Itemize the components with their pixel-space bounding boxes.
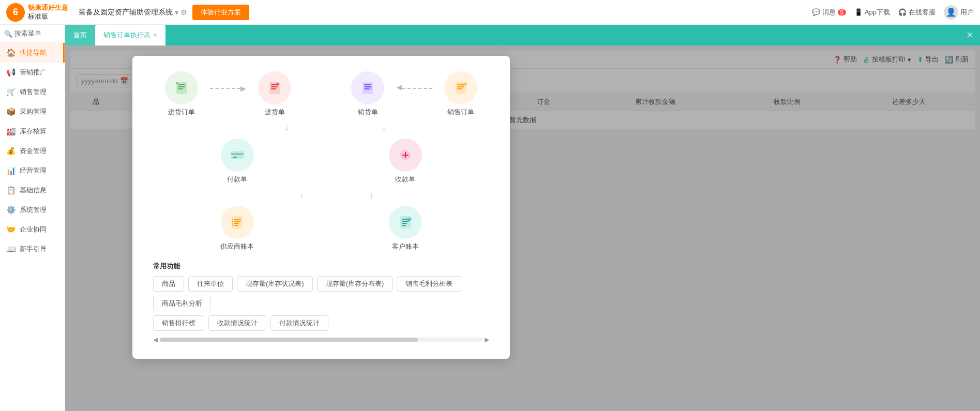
brand-edition: 标准版 [28,12,68,21]
scroll-right-arrow[interactable]: ▶ [485,336,489,343]
sidebar-item-inventory[interactable]: 🏭 库存核算 [0,121,65,141]
modal-box: 进货订单 ▶ [132,56,510,359]
tab-bar-end: ✕ [966,29,980,41]
sales-bill-label: 销货单 [358,108,378,117]
func-btn-sales-margin[interactable]: 销售毛利分析表 [397,276,461,292]
supplier-ledger-label: 供应商账本 [220,242,254,251]
sidebar-item-sales[interactable]: 🛒 销售管理 [0,82,65,102]
finance-icon: 💰 [6,146,16,156]
func-btn-sales-rank[interactable]: 销售排行榜 [153,315,204,331]
tab-close-icon[interactable]: × [154,32,157,39]
dropdown-arrow-icon[interactable]: ▾ [175,8,178,17]
flow-node-customer-ledger[interactable]: 客户账本 [377,206,434,251]
customer-ledger-circle [389,206,422,239]
message-icon: 💬 [812,8,820,16]
window-close-icon[interactable]: ✕ [966,30,974,40]
search-icon: 🔍 [4,30,12,38]
svg-rect-9 [232,219,233,226]
settings-gear-icon[interactable]: ⚙ [180,8,187,17]
sidebar-item-newbie[interactable]: 📖 新手引导 [0,239,65,259]
newbie-icon: 📖 [6,245,16,254]
flow-node-purchase-bill[interactable]: 进货单 [246,71,303,117]
purchase-bill-label: 进货单 [265,108,285,117]
sidebar-label-operations: 经营管理 [20,166,47,175]
flow-row-2: 付款单 收款单 [153,139,489,184]
online-service-button[interactable]: 🎧 在线客服 [898,8,936,17]
scroll-left-arrow[interactable]: ◀ [153,336,158,343]
message-button[interactable]: 💬 消息 5 [812,8,846,17]
operations-icon: 📊 [6,166,16,175]
logo-text: 畅康通好生意 标准版 [28,4,68,21]
app-wrapper: 6 畅康通好生意 标准版 装备及固定资产辅助管理系统 ▾ ⚙ 体验行业方案 💬 … [0,0,980,411]
receipt-label: 收款单 [395,175,415,184]
user-avatar-button[interactable]: 👤 用户 [944,5,974,20]
func-btn-product[interactable]: 商品 [153,276,184,292]
func-btn-product-margin[interactable]: 商品毛利分析 [153,296,211,311]
search-menu-button[interactable]: 🔍 搜索菜单 [0,25,65,43]
message-badge: 5 [838,9,846,16]
sidebar: 🔍 搜索菜单 🏠 快捷导航 📢 营销推广 🛒 销售管理 📦 采购管理 🏭 [0,25,65,411]
svg-rect-8 [232,216,243,229]
supplier-ledger-circle [221,206,254,239]
message-label: 消息 [822,8,836,17]
flow-section: 进货订单 ▶ [153,71,489,251]
page-content: ❓ 帮助 🖨 按模板打印 ▾ ⬆ 导出 🔄 刷新 [65,45,980,411]
down-arrow-payment: ↓ [300,190,304,200]
down-arrow-sales: ↓ [382,123,386,132]
sidebar-label-sales: 销售管理 [20,87,47,97]
system-icon: ⚙️ [6,205,16,215]
sidebar-label-quick-nav: 快捷导航 [20,48,47,57]
flow-node-receipt[interactable]: 收款单 [377,139,434,184]
func-btn-receipt-stat[interactable]: 收款情况统计 [208,315,266,331]
app-logo-icon: 6 [6,3,25,22]
sidebar-item-enterprise[interactable]: 🤝 企业协同 [0,220,65,239]
sidebar-item-quick-nav[interactable]: 🏠 快捷导航 [0,43,65,63]
tab-home[interactable]: 首页 [65,25,95,45]
flow-node-supplier-ledger[interactable]: 供应商账本 [209,206,266,251]
user-name-label: 用户 [960,8,974,17]
main-area: 🔍 搜索菜单 🏠 快捷导航 📢 营销推广 🛒 销售管理 📦 采购管理 🏭 [0,25,980,411]
func-btn-stock-dist[interactable]: 现存量(库存分布表) [317,276,393,292]
svg-rect-6 [231,153,244,155]
tab-sales-order[interactable]: 销售订单执行表 × [95,25,165,45]
flow-node-payment[interactable]: 付款单 [209,139,266,184]
sidebar-item-finance[interactable]: 💰 资金管理 [0,141,65,161]
modal-scrollbar: ◀ ▶ [153,336,489,343]
home-icon: 🏠 [6,48,16,57]
func-btn-payment-stat[interactable]: 付款情况统计 [270,315,328,331]
sidebar-label-basic-info: 基础信息 [20,186,47,195]
purchase-bill-circle [258,71,291,104]
func-row-1: 商品 往来单位 现存量(库存状况表) 现存量(库存分布表) 销售毛利分析表 商品… [153,276,489,311]
flow-node-sales-order[interactable]: 销售订单 [432,71,489,117]
down-arrow-purchase: ↓ [285,123,289,132]
payment-label: 付款单 [227,175,247,184]
tab-sales-order-label: 销售订单执行表 [103,31,150,40]
purchase-order-circle [165,71,198,104]
scrollbar-track[interactable] [160,338,483,342]
func-btn-stock-status[interactable]: 现存量(库存状况表) [237,276,313,292]
trial-button[interactable]: 体验行业方案 [192,5,249,20]
func-btn-counterpart[interactable]: 往来单位 [188,276,233,292]
brand-name: 畅康通好生意 [28,4,68,12]
purchase-icon: 📦 [6,107,16,116]
app-download-button[interactable]: 📱 App下载 [854,8,890,17]
sidebar-item-operations[interactable]: 📊 经营管理 [0,161,65,180]
sidebar-item-marketing[interactable]: 📢 营销推广 [0,63,65,82]
sidebar-item-system[interactable]: ⚙️ 系统管理 [0,200,65,220]
scrollbar-thumb [160,338,418,342]
sales-order-circle [444,71,477,104]
logo-area: 6 畅康通好生意 标准版 [6,3,68,22]
tab-home-label: 首页 [73,31,87,40]
flow-row-3: 供应商账本 客户账本 [153,206,489,251]
arrow-purchase-order-to-bill: ▶ [210,84,246,104]
sales-icon: 🛒 [6,87,16,97]
sidebar-item-basic-info[interactable]: 📋 基础信息 [0,180,65,200]
flow-node-sales-bill[interactable]: 销货单 [339,71,396,117]
sidebar-label-system: 系统管理 [20,205,47,215]
search-menu-label: 搜索菜单 [14,29,41,38]
flow-node-purchase-order[interactable]: 进货订单 [153,71,210,117]
modal-overlay: 进货订单 ▶ [65,45,980,411]
sidebar-item-purchase[interactable]: 📦 采购管理 [0,102,65,121]
flow-row-1: 进货订单 ▶ [153,71,489,117]
content-area: 首页 销售订单执行表 × ✕ ❓ 帮助 [65,25,980,411]
